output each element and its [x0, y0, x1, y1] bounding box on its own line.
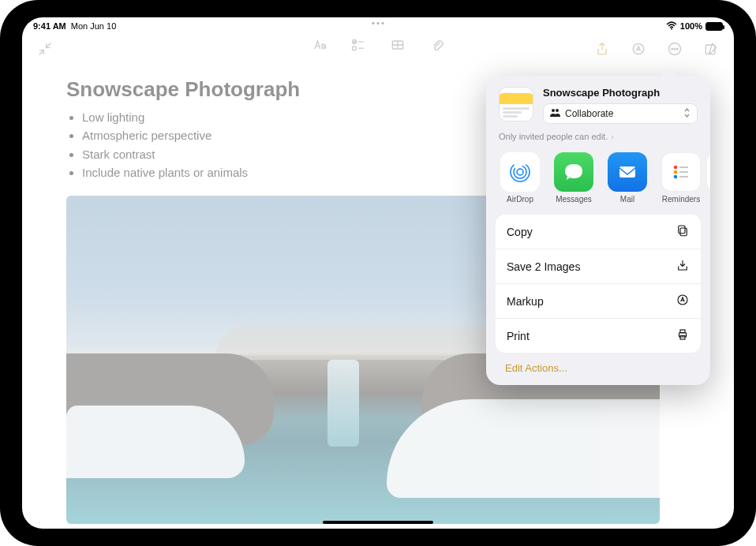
- app-label: Messages: [556, 195, 592, 204]
- share-app-messages[interactable]: Messages: [551, 152, 597, 204]
- ipad-frame: 9:41 AM Mon Jun 10 100%: [0, 0, 756, 546]
- share-icon[interactable]: [593, 40, 611, 58]
- checklist-icon[interactable]: [350, 36, 367, 54]
- wifi-icon: [666, 21, 677, 32]
- note-toolbar: [22, 33, 734, 65]
- attachment-icon[interactable]: [429, 36, 446, 54]
- collaborate-selector[interactable]: Collaborate: [543, 103, 698, 124]
- home-indicator[interactable]: [323, 521, 433, 524]
- markup-icon: [676, 293, 690, 309]
- action-label: Print: [507, 330, 530, 342]
- action-print[interactable]: Print: [496, 319, 701, 353]
- svg-point-8: [677, 48, 679, 50]
- action-label: Save 2 Images: [507, 260, 580, 273]
- download-icon: [676, 258, 690, 275]
- svg-point-11: [556, 109, 559, 112]
- text-format-icon[interactable]: [310, 36, 327, 54]
- multitask-dots[interactable]: [372, 22, 384, 24]
- action-label: Copy: [507, 226, 533, 238]
- edit-actions-link[interactable]: Edit Actions...: [486, 353, 710, 376]
- svg-point-6: [672, 48, 673, 50]
- svg-point-12: [517, 169, 523, 175]
- share-app-row[interactable]: AirDrop Messages Mail: [486, 151, 710, 211]
- svg-rect-22: [680, 228, 687, 236]
- action-markup[interactable]: Markup: [496, 284, 701, 319]
- share-app-reminders[interactable]: Reminders: [658, 152, 704, 204]
- svg-point-17: [674, 170, 677, 174]
- collaborate-label: Collaborate: [565, 108, 613, 119]
- markup-toolbar-icon[interactable]: [630, 40, 647, 58]
- svg-rect-27: [680, 336, 685, 340]
- svg-point-7: [674, 48, 676, 50]
- chevron-updown-icon: [683, 107, 691, 121]
- svg-point-16: [674, 166, 677, 169]
- chevron-right-icon: ›: [611, 132, 614, 141]
- app-label: Mail: [620, 195, 634, 204]
- svg-point-10: [552, 109, 555, 112]
- status-bar: 9:41 AM Mon Jun 10 100%: [22, 17, 734, 33]
- permission-label: Only invited people can edit.: [499, 132, 608, 141]
- action-label: Markup: [507, 295, 544, 308]
- status-time: 9:41 AM: [33, 21, 66, 31]
- svg-point-2: [353, 47, 357, 50]
- compose-icon[interactable]: [702, 40, 720, 58]
- messages-icon: [554, 152, 593, 192]
- reminders-icon: [661, 152, 701, 192]
- collapse-icon[interactable]: [36, 40, 54, 58]
- status-date: Mon Jun 10: [71, 21, 116, 31]
- share-actions-list: Copy Save 2 Images Markup Print: [496, 215, 701, 353]
- table-icon[interactable]: [389, 36, 406, 54]
- battery-percent: 100%: [680, 21, 702, 31]
- app-label: Reminders: [662, 195, 700, 204]
- screen: 9:41 AM Mon Jun 10 100%: [22, 17, 734, 529]
- airdrop-icon: [500, 152, 540, 192]
- more-icon[interactable]: [666, 40, 683, 58]
- share-thumbnail: [499, 87, 533, 122]
- svg-rect-23: [679, 226, 685, 234]
- battery-icon: [705, 22, 723, 31]
- copy-icon: [676, 223, 690, 240]
- people-icon: [550, 108, 560, 119]
- share-app-mail[interactable]: Mail: [604, 152, 650, 204]
- app-label: AirDrop: [507, 195, 533, 204]
- mail-icon: [608, 152, 647, 192]
- svg-rect-15: [619, 166, 635, 178]
- share-app-airdrop[interactable]: AirDrop: [497, 152, 543, 204]
- svg-point-18: [674, 175, 677, 178]
- share-sheet: Snowscape Photograph Collaborate Only in…: [486, 76, 710, 385]
- svg-rect-26: [680, 330, 685, 333]
- action-copy[interactable]: Copy: [496, 215, 701, 249]
- svg-point-13: [514, 166, 526, 178]
- action-save-images[interactable]: Save 2 Images: [496, 249, 701, 284]
- print-icon: [676, 327, 690, 344]
- permission-row[interactable]: Only invited people can edit. ›: [486, 132, 710, 151]
- freeform-icon: [706, 152, 710, 192]
- svg-point-0: [671, 28, 672, 29]
- share-title: Snowscape Photograph: [543, 87, 698, 99]
